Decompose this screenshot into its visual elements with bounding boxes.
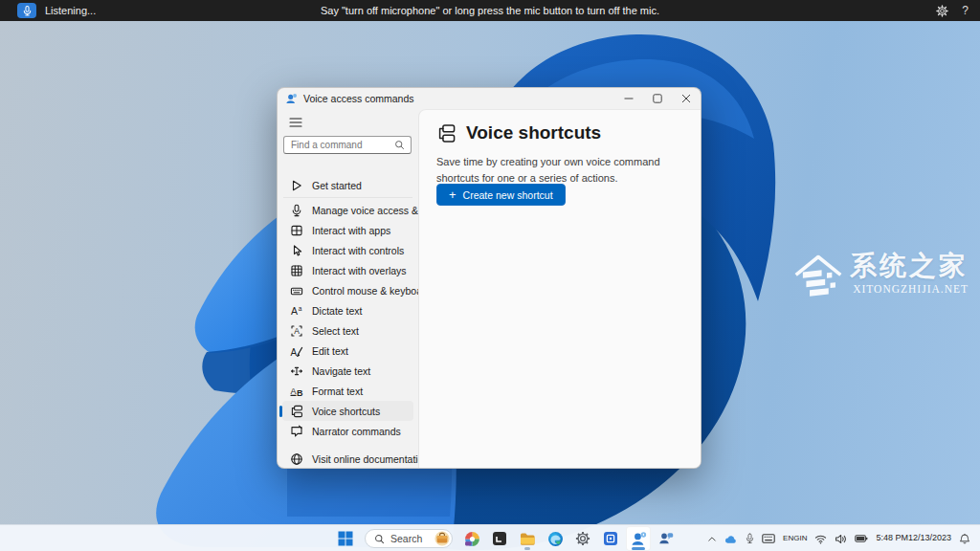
sidebar-item-manage-voice-access[interactable]: Manage voice access & mic [282, 200, 413, 220]
voice-access-commands-window: Voice access commands [277, 87, 702, 469]
format-text-icon: AB [290, 385, 303, 398]
voice-access-icon [631, 531, 647, 547]
watermark-subtitle: XITONGZHIJIA.NET [850, 283, 969, 295]
sidebar-item-interact-apps[interactable]: Interact with apps [282, 220, 413, 240]
voice-shortcuts-panel: Voice shortcuts Save time by creating yo… [418, 109, 701, 468]
voice-shortcuts-icon [436, 123, 457, 143]
window-titlebar[interactable]: Voice access commands [278, 88, 701, 109]
voice-access-bar: Listening... Say "turn off microphone" o… [0, 0, 980, 21]
taskbar-app-edge[interactable] [543, 526, 568, 551]
globe-icon [290, 452, 303, 466]
start-button[interactable] [333, 526, 358, 551]
windows-logo-icon [338, 531, 353, 546]
taskbar-center: Search [333, 525, 679, 551]
sidebar-item-interact-overlays[interactable]: Interact with overlays [282, 260, 413, 280]
tray-overflow-chevron[interactable] [707, 535, 717, 543]
page-description: Save time by creating your own voice com… [436, 154, 691, 186]
sidebar-item-dictate-text[interactable]: Aa Dictate text [282, 300, 413, 320]
sidebar-item-voice-shortcuts[interactable]: Voice shortcuts [282, 401, 413, 421]
active-indicator [632, 547, 645, 550]
create-new-shortcut-button[interactable]: + Create new shortcut [436, 184, 566, 206]
svg-text:B: B [297, 387, 303, 397]
sidebar-item-navigate-text[interactable]: Navigate text [282, 361, 413, 381]
settings-gear-icon [575, 531, 590, 546]
taskbar-search-pill[interactable]: Search [365, 529, 453, 548]
blue-app-icon [603, 531, 618, 546]
select-text-icon: A [290, 324, 303, 338]
onedrive-cloud-icon[interactable] [724, 534, 738, 544]
tray-date: 12/13/2023 [908, 533, 951, 543]
search-input[interactable] [284, 140, 394, 150]
system-tray: ENG IN [707, 525, 980, 551]
svg-text:A: A [290, 386, 296, 395]
sidebar-item-interact-controls[interactable]: Interact with controls [282, 240, 413, 260]
microphone-button[interactable] [17, 3, 36, 18]
clock[interactable]: 5:48 PM 12/13/2023 [876, 533, 951, 543]
tray-microphone-icon[interactable] [746, 533, 754, 544]
svg-text:a: a [299, 304, 302, 311]
battery-icon[interactable] [855, 534, 868, 543]
colorful-app-icon [464, 531, 480, 547]
command-sidebar: Get started Manage voice access & mic In… [278, 109, 418, 468]
sidebar-item-narrator-commands[interactable]: Narrator commands [282, 421, 413, 441]
notification-bell-icon[interactable] [959, 533, 970, 545]
taskbar-app-blue[interactable] [598, 526, 623, 551]
watermark-title: 系统之家 [850, 253, 969, 279]
sidebar-item-online-documentation[interactable]: Visit online documentation [282, 449, 413, 469]
svg-text:A: A [294, 326, 300, 336]
sidebar-item-select-text[interactable]: A Select text [282, 320, 413, 341]
plus-icon: + [449, 188, 457, 201]
create-button-label: Create new shortcut [463, 189, 553, 201]
taskbar-app-file-explorer[interactable] [515, 526, 540, 551]
microphone-icon [290, 204, 303, 217]
dictate-icon: Aa [290, 304, 303, 318]
command-search-box[interactable] [283, 136, 412, 154]
sidebar-item-format-text[interactable]: AB Format text [282, 381, 413, 401]
sidebar-group-gap [278, 441, 418, 449]
sidebar-nav: Get started Manage voice access & mic In… [278, 175, 418, 469]
minimize-button[interactable] [614, 88, 643, 109]
voice-hint-text: Say "turn off microphone" or long press … [0, 5, 980, 16]
search-icon [374, 534, 385, 544]
search-icon [394, 140, 405, 150]
hamburger-menu-icon[interactable] [285, 113, 306, 132]
grid-overlay-icon [290, 264, 303, 277]
maximize-button[interactable] [643, 88, 672, 109]
sidebar-item-control-mouse-keyboard[interactable]: Control mouse & keyboard [282, 280, 413, 300]
sidebar-item-edit-text[interactable]: A Edit text [282, 341, 413, 361]
svg-text:A: A [291, 346, 298, 357]
taskbar: Search [0, 524, 980, 551]
voice-shortcuts-icon [290, 405, 303, 418]
language-indicator[interactable]: ENG IN [783, 534, 807, 542]
close-button[interactable] [672, 88, 701, 109]
voice-access-app-icon [285, 93, 298, 105]
site-watermark: 系统之家 XITONGZHIJIA.NET [792, 253, 969, 302]
desktop: 系统之家 XITONGZHIJIA.NET Listening... Say "… [0, 0, 980, 551]
file-explorer-icon [520, 532, 536, 546]
svg-text:A: A [291, 305, 298, 317]
cursor-icon [290, 244, 303, 257]
wifi-icon[interactable] [814, 534, 827, 544]
narrator-icon [290, 425, 303, 438]
taskbar-app-settings[interactable] [570, 526, 595, 551]
listening-status: Listening... [45, 5, 96, 16]
speaker-icon[interactable] [835, 534, 847, 544]
page-title: Voice shortcuts [466, 122, 601, 143]
taskbar-app-voice-access[interactable] [626, 526, 651, 551]
tray-time: 5:48 PM [876, 533, 908, 543]
navigate-text-icon [290, 364, 303, 378]
app-window-icon [290, 224, 303, 237]
taskbar-app-chat[interactable] [654, 526, 679, 551]
help-icon[interactable]: ? [962, 5, 969, 16]
touch-keyboard-icon[interactable] [762, 534, 775, 543]
taskbar-app-dark[interactable] [487, 526, 512, 551]
sidebar-item-get-started[interactable]: Get started [282, 175, 413, 195]
taskbar-app-colorful[interactable] [459, 526, 484, 551]
gear-icon[interactable] [936, 5, 948, 17]
edit-text-icon: A [290, 344, 303, 358]
chat-people-icon [658, 531, 674, 546]
play-icon [290, 179, 303, 192]
dark-app-icon [492, 531, 507, 546]
window-title: Voice access commands [303, 93, 414, 104]
taskbar-search-label: Search [390, 533, 434, 544]
